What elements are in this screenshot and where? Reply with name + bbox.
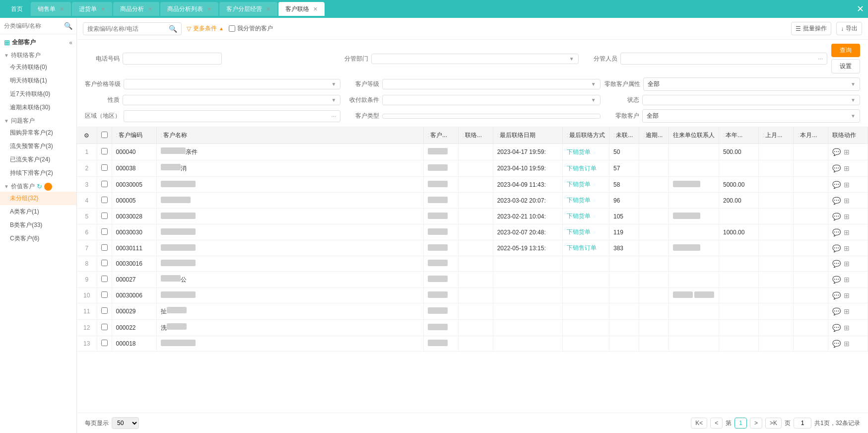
grid-action-icon[interactable]: ⊞ — [844, 164, 850, 172]
grid-action-icon[interactable]: ⊞ — [844, 324, 850, 332]
chat-icon[interactable]: 💬 — [832, 324, 841, 332]
close-icon[interactable]: ✕ — [313, 6, 318, 12]
chat-icon[interactable]: 💬 — [832, 291, 841, 299]
sidebar-item-overdue-pending[interactable]: 逾期未联络(30) — [0, 101, 76, 114]
value-group[interactable]: ▼ 价值客户 ↻ — [0, 180, 76, 192]
row-checkbox[interactable] — [101, 324, 108, 330]
row-checkbox[interactable] — [101, 228, 108, 235]
sidebar-item-class-c[interactable]: C类客户(6) — [0, 232, 76, 245]
row-checkbox[interactable] — [101, 291, 108, 298]
close-icon[interactable]: ✕ — [148, 6, 152, 12]
row-checkbox[interactable] — [101, 340, 108, 346]
method-link[interactable]: 下销货单 — [567, 228, 591, 235]
chat-icon[interactable]: 💬 — [832, 148, 841, 156]
sidebar-item-declining[interactable]: 持续下滑客户(2) — [0, 166, 76, 180]
chat-icon[interactable]: 💬 — [832, 307, 841, 315]
sidebar-item-class-a[interactable]: A类客户(1) — [0, 205, 76, 218]
tab-product-list[interactable]: 商品分析列表 ✕ — [160, 2, 218, 16]
method-link[interactable]: 下销货单 — [567, 197, 591, 204]
method-link[interactable]: 下销货单 — [567, 148, 591, 155]
sidebar-search-icon[interactable]: 🔍 — [64, 22, 72, 30]
phone-input[interactable] — [123, 53, 222, 65]
chat-icon[interactable]: 💬 — [832, 244, 841, 252]
customer-type-select[interactable] — [382, 114, 600, 119]
sidebar-item-churn-warning[interactable]: 流失预警客户(3) — [0, 140, 76, 153]
sidebar-item-today-pending[interactable]: 今天待联络(0) — [0, 61, 76, 74]
grid-action-icon[interactable]: ⊞ — [844, 148, 850, 156]
close-icon[interactable]: ✕ — [60, 6, 64, 12]
chat-icon[interactable]: 💬 — [832, 340, 841, 348]
query-button[interactable]: 查询 — [831, 44, 860, 57]
problem-group[interactable]: ▼ 问题客户 — [0, 114, 76, 126]
chat-icon[interactable]: 💬 — [832, 213, 841, 220]
export-button[interactable]: ↓ 导出 — [836, 22, 862, 35]
tab-customer-segment[interactable]: 客户分层经营 ✕ — [219, 2, 277, 16]
sidebar-item-week-pending[interactable]: 近7天待联络(0) — [0, 87, 76, 101]
method-link[interactable]: 下销售订单 — [567, 244, 597, 251]
row-checkbox[interactable] — [101, 164, 108, 171]
chat-icon[interactable]: 💬 — [832, 260, 841, 268]
staff-select[interactable]: ··· — [620, 53, 827, 65]
more-conditions-button[interactable]: ▽ 更多条件 ▲ — [187, 24, 224, 33]
price-level-select[interactable]: ▼ — [124, 79, 340, 89]
my-customers-check[interactable] — [229, 25, 235, 32]
row-checkbox[interactable] — [101, 276, 108, 282]
grid-action-icon[interactable]: ⊞ — [844, 340, 850, 348]
close-icon[interactable]: ✕ — [266, 6, 270, 12]
chat-icon[interactable]: 💬 — [832, 181, 841, 189]
row-checkbox[interactable] — [101, 213, 108, 219]
grid-action-icon[interactable]: ⊞ — [844, 197, 850, 205]
grid-action-icon[interactable]: ⊞ — [844, 276, 850, 284]
row-checkbox[interactable] — [101, 307, 108, 314]
status-select[interactable]: ▼ — [642, 95, 860, 105]
reset-button[interactable]: 设置 — [831, 59, 860, 73]
customer-level-select[interactable]: ▼ — [382, 79, 600, 89]
all-customers-header[interactable]: ⊞ 全部客户 « — [0, 34, 76, 49]
window-close-button[interactable]: ✕ — [857, 3, 864, 14]
batch-ops-button[interactable]: ☰ 批量操作 — [791, 22, 831, 35]
grid-action-icon[interactable]: ⊞ — [844, 181, 850, 189]
refresh-icon[interactable]: ↻ — [37, 183, 42, 190]
last-page-button[interactable]: >K — [765, 418, 782, 429]
prev-page-button[interactable]: < — [710, 418, 723, 429]
row-checkbox[interactable] — [101, 197, 108, 203]
retail-customer-select[interactable]: 全部 ▼ — [642, 109, 860, 123]
grid-action-icon[interactable]: ⊞ — [844, 213, 850, 220]
collapse-icon[interactable]: « — [69, 39, 72, 46]
pending-group[interactable]: ▼ 待联络客户 — [0, 49, 76, 61]
gender-select[interactable]: ▼ — [123, 95, 340, 105]
search-input[interactable] — [87, 25, 167, 32]
chat-icon[interactable]: 💬 — [832, 228, 841, 236]
sidebar-item-unclassified[interactable]: 未分组(32) — [0, 192, 76, 205]
tab-home[interactable]: 首页 — [4, 2, 30, 16]
method-link[interactable]: 下销货单 — [567, 213, 591, 219]
sidebar-item-tomorrow-pending[interactable]: 明天待联络(1) — [0, 74, 76, 87]
method-link[interactable]: 下销货单 — [567, 181, 591, 188]
dept-select[interactable]: ▼ — [371, 54, 578, 64]
grid-action-icon[interactable]: ⊞ — [844, 291, 850, 299]
tab-purchase[interactable]: 进货单 ✕ — [72, 2, 112, 16]
next-page-button[interactable]: > — [750, 418, 762, 429]
sidebar-item-abnormal[interactable]: 囤购异常客户(2) — [0, 126, 76, 140]
settings-icon[interactable]: ⚙ — [84, 132, 89, 139]
grid-action-icon[interactable]: ⊞ — [844, 260, 850, 268]
close-icon[interactable]: ✕ — [101, 6, 105, 12]
grid-action-icon[interactable]: ⊞ — [844, 307, 850, 315]
my-customers-checkbox[interactable]: 我分管的客户 — [229, 24, 273, 33]
page-jump-input[interactable] — [794, 418, 811, 429]
per-page-select[interactable]: 50 100 200 — [112, 417, 139, 429]
first-page-button[interactable]: K< — [691, 418, 707, 429]
sidebar-item-class-b[interactable]: B类客户(33) — [0, 218, 76, 232]
sidebar-search-input[interactable] — [4, 22, 62, 29]
region-select[interactable]: ··· — [124, 110, 340, 122]
tab-product-analysis[interactable]: 商品分析 ✕ — [113, 2, 159, 16]
grid-action-icon[interactable]: ⊞ — [844, 244, 850, 252]
sidebar-item-churned[interactable]: 已流失客户(24) — [0, 153, 76, 166]
search-icon[interactable]: 🔍 — [169, 25, 177, 33]
close-icon[interactable]: ✕ — [207, 6, 211, 12]
row-checkbox[interactable] — [101, 244, 108, 251]
row-checkbox[interactable] — [101, 260, 108, 266]
tab-sales[interactable]: 销售单 ✕ — [31, 2, 71, 16]
select-all-checkbox[interactable] — [101, 132, 108, 138]
retail-attr-select[interactable]: 全部 ▼ — [643, 77, 860, 91]
